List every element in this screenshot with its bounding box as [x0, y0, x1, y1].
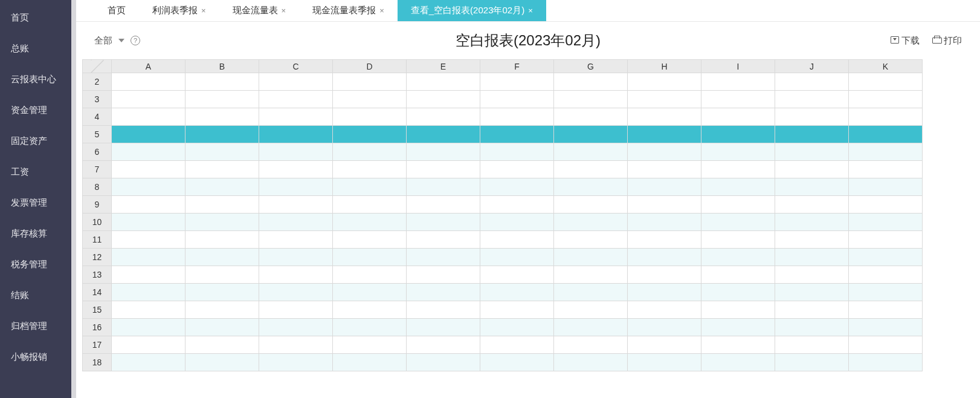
cell-D13[interactable]: [333, 266, 407, 284]
cell-K8[interactable]: [849, 178, 923, 196]
cell-E5[interactable]: [407, 126, 480, 143]
cell-K12[interactable]: [849, 249, 923, 266]
tab-1[interactable]: 利润表季报×: [139, 0, 219, 21]
sidebar-item-6[interactable]: 发票管理: [0, 188, 76, 218]
cell-F13[interactable]: [480, 266, 554, 284]
row-header-11[interactable]: 11: [83, 231, 112, 249]
sidebar-item-3[interactable]: 资金管理: [0, 95, 76, 126]
cell-J18[interactable]: [775, 354, 849, 371]
cell-E12[interactable]: [407, 249, 480, 266]
cell-C5[interactable]: [259, 126, 333, 143]
cell-J17[interactable]: [775, 336, 849, 354]
cell-A13[interactable]: [112, 266, 185, 284]
column-header-F[interactable]: F: [480, 60, 554, 73]
cell-C9[interactable]: [259, 196, 333, 214]
cell-A4[interactable]: [112, 108, 185, 126]
row-header-17[interactable]: 17: [83, 336, 112, 354]
cell-J12[interactable]: [775, 249, 849, 266]
cell-E8[interactable]: [407, 178, 480, 196]
cell-J13[interactable]: [775, 266, 849, 284]
cell-I2[interactable]: [701, 73, 775, 91]
cell-F9[interactable]: [480, 196, 554, 214]
tab-2[interactable]: 现金流量表×: [219, 0, 300, 21]
cell-F18[interactable]: [480, 354, 554, 371]
cell-F17[interactable]: [480, 336, 554, 354]
cell-C6[interactable]: [259, 143, 333, 161]
cell-K5[interactable]: [849, 126, 923, 143]
cell-I7[interactable]: [701, 161, 775, 178]
cell-E2[interactable]: [407, 73, 480, 91]
cell-F5[interactable]: [480, 126, 554, 143]
cell-K7[interactable]: [849, 161, 923, 178]
cell-E9[interactable]: [407, 196, 480, 214]
cell-A14[interactable]: [112, 284, 185, 301]
cell-H15[interactable]: [628, 301, 701, 319]
column-header-H[interactable]: H: [628, 60, 701, 73]
cell-G18[interactable]: [554, 354, 628, 371]
cell-I5[interactable]: [701, 126, 775, 143]
tab-0[interactable]: 首页: [94, 0, 139, 21]
cell-K9[interactable]: [849, 196, 923, 214]
cell-I9[interactable]: [701, 196, 775, 214]
cell-F4[interactable]: [480, 108, 554, 126]
row-header-6[interactable]: 6: [83, 143, 112, 161]
cell-H12[interactable]: [628, 249, 701, 266]
cell-E15[interactable]: [407, 301, 480, 319]
cell-H9[interactable]: [628, 196, 701, 214]
column-header-D[interactable]: D: [333, 60, 407, 73]
help-icon[interactable]: ?: [131, 36, 140, 45]
cell-J10[interactable]: [775, 214, 849, 231]
cell-G7[interactable]: [554, 161, 628, 178]
cell-C3[interactable]: [259, 91, 333, 108]
cell-I18[interactable]: [701, 354, 775, 371]
cell-H10[interactable]: [628, 214, 701, 231]
filter-dropdown[interactable]: 全部 ?: [94, 35, 140, 47]
column-header-C[interactable]: C: [259, 60, 333, 73]
cell-B11[interactable]: [185, 231, 259, 249]
cell-C16[interactable]: [259, 319, 333, 336]
cell-A6[interactable]: [112, 143, 185, 161]
cell-I10[interactable]: [701, 214, 775, 231]
cell-A11[interactable]: [112, 231, 185, 249]
spreadsheet[interactable]: ABCDEFGHIJK 23456789101112131415161718: [76, 59, 980, 398]
sheet-corner[interactable]: [83, 60, 112, 73]
sidebar-item-4[interactable]: 固定资产: [0, 126, 76, 157]
cell-C2[interactable]: [259, 73, 333, 91]
cell-J5[interactable]: [775, 126, 849, 143]
cell-E10[interactable]: [407, 214, 480, 231]
sidebar-item-11[interactable]: 小畅报销: [0, 342, 76, 373]
column-header-B[interactable]: B: [185, 60, 259, 73]
row-header-13[interactable]: 13: [83, 266, 112, 284]
cell-F12[interactable]: [480, 249, 554, 266]
cell-F7[interactable]: [480, 161, 554, 178]
row-header-4[interactable]: 4: [83, 108, 112, 126]
print-button[interactable]: 打印: [932, 35, 962, 47]
cell-G8[interactable]: [554, 178, 628, 196]
cell-G13[interactable]: [554, 266, 628, 284]
cell-J2[interactable]: [775, 73, 849, 91]
cell-K4[interactable]: [849, 108, 923, 126]
cell-A18[interactable]: [112, 354, 185, 371]
cell-C12[interactable]: [259, 249, 333, 266]
sidebar-item-8[interactable]: 税务管理: [0, 249, 76, 280]
download-button[interactable]: 下载: [889, 35, 920, 47]
column-header-J[interactable]: J: [775, 60, 849, 73]
cell-H14[interactable]: [628, 284, 701, 301]
cell-G4[interactable]: [554, 108, 628, 126]
cell-B6[interactable]: [185, 143, 259, 161]
cell-K14[interactable]: [849, 284, 923, 301]
cell-K11[interactable]: [849, 231, 923, 249]
close-icon[interactable]: ×: [201, 6, 206, 15]
cell-D2[interactable]: [333, 73, 407, 91]
cell-H8[interactable]: [628, 178, 701, 196]
sidebar-item-9[interactable]: 结账: [0, 280, 76, 311]
cell-A8[interactable]: [112, 178, 185, 196]
cell-K16[interactable]: [849, 319, 923, 336]
cell-G5[interactable]: [554, 126, 628, 143]
row-header-7[interactable]: 7: [83, 161, 112, 178]
cell-C17[interactable]: [259, 336, 333, 354]
cell-B2[interactable]: [185, 73, 259, 91]
cell-B5[interactable]: [185, 126, 259, 143]
cell-D9[interactable]: [333, 196, 407, 214]
cell-A5[interactable]: [112, 126, 185, 143]
